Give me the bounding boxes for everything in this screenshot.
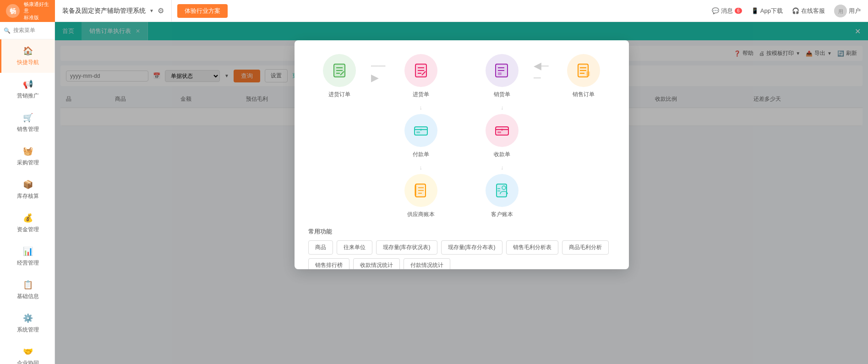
sidebar-item-system[interactable]: ⚙️ 系统管理 — [0, 307, 55, 340]
avatar: 用 — [834, 5, 847, 17]
message-btn[interactable]: 💬 消息 6 — [712, 7, 742, 15]
purchase-order-circle[interactable] — [323, 54, 356, 87]
sidebar-label-enterprise: 企业协同 — [17, 359, 39, 364]
basic-info-icon: 📋 — [23, 280, 33, 290]
func-btn-stock-dist[interactable]: 现存量(库存分布表) — [441, 240, 502, 255]
purchase-order-label: 进货订单 — [328, 91, 350, 98]
func-btn-stock-status[interactable]: 现存量(库存状况表) — [376, 240, 437, 255]
modal-overlay[interactable]: 进货订单 ─ ─ ▶ 进货单 — [55, 22, 868, 364]
sidebar-label-sales: 销售管理 — [17, 125, 39, 133]
sidebar-item-operations[interactable]: 📊 经营管理 — [0, 240, 55, 273]
message-icon: 💬 — [712, 7, 719, 14]
sidebar-label-operations: 经营管理 — [17, 259, 39, 267]
app-download-btn[interactable]: 📱 App下载 — [751, 7, 783, 15]
flow-node-customer-ledger[interactable]: 客户账本 — [471, 174, 534, 218]
svg-rect-18 — [498, 72, 502, 75]
svg-text:畅: 畅 — [10, 7, 16, 15]
message-badge: 6 — [735, 8, 742, 14]
search-label: 搜索菜单 — [13, 27, 35, 34]
func-btn-counterparty[interactable]: 往来单位 — [337, 240, 372, 255]
func-buttons-row1: 商品 往来单位 现存量(库存状况表) 现存量(库存分布表) 销售毛利分析表 商品… — [308, 240, 615, 255]
supplier-ledger-circle[interactable] — [404, 174, 437, 207]
sidebar-label-inventory: 库存核算 — [17, 192, 39, 200]
svg-rect-24 — [586, 71, 590, 76]
user-label: 用户 — [849, 7, 861, 15]
download-icon: 📱 — [751, 7, 759, 14]
purchase-bill-circle[interactable] — [404, 54, 437, 87]
sidebar-item-quick-nav[interactable]: 🏠 快捷导航 — [0, 39, 55, 73]
message-label: 消息 — [721, 7, 733, 15]
common-functions-title: 常用功能 — [308, 228, 615, 236]
func-btn-sales-profit[interactable]: 销售毛利分析表 — [506, 240, 558, 255]
sales-bill-circle[interactable] — [486, 54, 519, 87]
logo-text: 畅康通好生意 标准版 — [24, 1, 49, 21]
sidebar-item-enterprise[interactable]: 🤝 企业协同 — [0, 340, 55, 364]
down-arrow-2: ↓ — [471, 104, 534, 111]
flow-node-sales-bill[interactable]: 销货单 — [471, 54, 534, 98]
sidebar-label-system: 系统管理 — [17, 326, 39, 334]
func-btn-receipt-stats[interactable]: 收款情况统计 — [353, 258, 400, 269]
receipt-bill-circle[interactable]: ¥ — [486, 114, 519, 147]
func-buttons-row2: 销售排行榜 收款情况统计 付款情况统计 — [308, 258, 615, 269]
experience-btn[interactable]: 体验行业方案 — [177, 4, 228, 18]
supplier-ledger-label: 供应商账本 — [407, 211, 435, 218]
func-btn-sales-rank[interactable]: 销售排行榜 — [308, 258, 349, 269]
sidebar-label-marketing: 营销推广 — [17, 92, 39, 100]
sidebar-item-basic-info[interactable]: 📋 基础信息 — [0, 273, 55, 307]
system-icon: ⚙️ — [23, 313, 33, 323]
sales-icon: 🛒 — [23, 113, 33, 123]
sales-bill-label: 销货单 — [494, 91, 510, 98]
flow-node-purchase-bill[interactable]: 进货单 — [389, 54, 453, 98]
sidebar-item-purchase[interactable]: 🧺 采购管理 — [0, 140, 55, 173]
sidebar-label-purchase: 采购管理 — [17, 159, 39, 167]
flow-node-supplier-ledger[interactable]: 供应商账本 — [389, 174, 453, 218]
online-service-btn[interactable]: 🎧 在线客服 — [792, 7, 825, 15]
top-header: 畅 畅康通好生意 标准版 装备及固定资产辅助管理系统 ▼ ⚙ 体验行业方案 💬 … — [0, 0, 868, 22]
system-title-dropdown[interactable]: ▼ — [149, 8, 154, 13]
arrow-1: ─ ─ ▶ — [371, 60, 389, 93]
receipt-bill-label: 收款单 — [494, 151, 510, 158]
flow-node-payment-bill[interactable]: ¥ 付款单 — [389, 114, 453, 158]
header-right: 💬 消息 6 📱 App下载 🎧 在线客服 用 用户 — [712, 5, 861, 17]
customer-ledger-label: 客户账本 — [491, 211, 513, 218]
finance-icon: 💰 — [23, 213, 33, 223]
logo-icon: 畅 — [5, 4, 20, 18]
sidebar-label-basic-info: 基础信息 — [17, 293, 39, 300]
spacer-1 — [453, 72, 471, 81]
search-icon: 🔍 — [4, 27, 11, 34]
down-arrow-1: ↓ — [389, 104, 453, 111]
sidebar-item-inventory[interactable]: 📦 库存核算 — [0, 173, 55, 206]
sales-order-circle[interactable] — [567, 54, 600, 87]
customer-ledger-circle[interactable] — [486, 174, 519, 207]
sidebar-label-quick-nav: 快捷导航 — [17, 59, 39, 66]
sidebar: 🔍 搜索菜单 🏠 快捷导航 📢 营销推广 🛒 销售管理 🧺 采购管理 📦 库存核… — [0, 22, 55, 364]
marketing-icon: 📢 — [23, 79, 33, 89]
common-functions: 常用功能 商品 往来单位 现存量(库存状况表) 现存量(库存分布表) 销售毛利分… — [308, 228, 615, 269]
sidebar-label-finance: 资金管理 — [17, 226, 39, 234]
sidebar-item-finance[interactable]: 💰 资金管理 — [0, 206, 55, 240]
enterprise-icon: 🤝 — [23, 347, 33, 357]
sidebar-search[interactable]: 🔍 搜索菜单 — [0, 22, 55, 39]
flow-node-purchase-order[interactable]: 进货订单 — [308, 54, 371, 98]
operations-icon: 📊 — [23, 246, 33, 256]
down-arrow-4: ↓ — [471, 164, 534, 171]
svg-text:¥: ¥ — [501, 128, 503, 132]
func-btn-product[interactable]: 商品 — [308, 240, 333, 255]
logo-area: 畅 畅康通好生意 标准版 — [0, 0, 55, 22]
purchase-icon: 🧺 — [23, 146, 33, 156]
payment-bill-circle[interactable]: ¥ — [404, 114, 437, 147]
func-btn-product-profit[interactable]: 商品毛利分析 — [562, 240, 609, 255]
flow-node-sales-order[interactable]: 销售订单 — [552, 54, 615, 98]
flow-node-receipt-bill[interactable]: ¥ 收款单 — [471, 114, 534, 158]
settings-icon[interactable]: ⚙ — [158, 6, 164, 15]
sidebar-item-marketing[interactable]: 📢 营销推广 — [0, 73, 55, 106]
user-menu[interactable]: 用 用户 — [834, 5, 861, 17]
sidebar-item-sales[interactable]: 🛒 销售管理 — [0, 106, 55, 140]
service-icon: 🎧 — [792, 7, 799, 14]
purchase-bill-label: 进货单 — [413, 91, 429, 98]
func-btn-payment-stats[interactable]: 付款情况统计 — [404, 258, 450, 269]
arrow-2: ◀ ─ ─ — [534, 60, 552, 93]
inventory-icon: 📦 — [23, 179, 33, 190]
app-download-label: App下载 — [760, 7, 783, 15]
svg-text:用: 用 — [838, 9, 843, 14]
